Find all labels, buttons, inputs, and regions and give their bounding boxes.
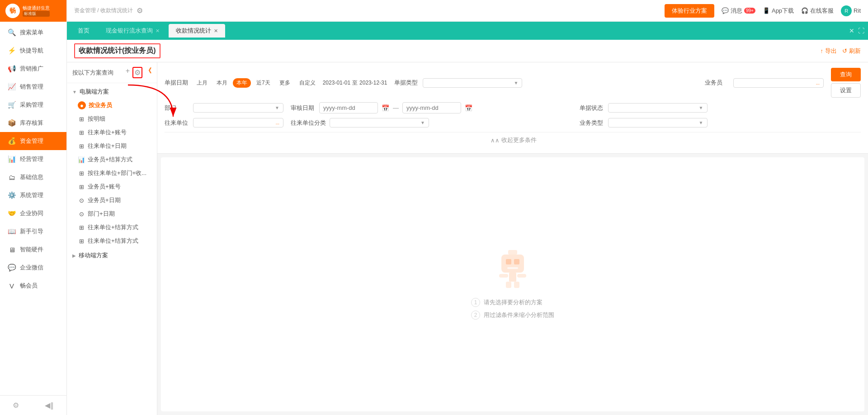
page-actions: ↑ 导出 ↺ 刷新 [821, 47, 861, 55]
custom-tab[interactable]: 自定义 [296, 78, 319, 88]
scheme-settings-btn[interactable]: ⚙ [132, 67, 142, 78]
calendar-icon-left[interactable]: 📅 [382, 104, 389, 112]
last7-tab[interactable]: 近7天 [253, 78, 274, 88]
tree-item-dept-date[interactable]: ⊙部门+日期 [67, 207, 157, 221]
left-panel-title: 按以下方案查询 [72, 69, 113, 77]
sidebar-item-hardware[interactable]: 🖥智能硬件 [0, 241, 66, 259]
sidebar-item-quick-nav[interactable]: ⚡快捷导航 [0, 42, 66, 60]
tree-item-by-detail[interactable]: ⊞按明细 [67, 112, 157, 126]
tree-item-unit-settle1[interactable]: ⊞往来单位+结算方式 [67, 221, 157, 234]
sidebar-label-enterprise: 企业协同 [20, 209, 43, 217]
collapse-icon: ∧∧ [491, 137, 500, 144]
review-date-label: 审核日期 [291, 104, 316, 112]
doc-status-arrow: ▼ [699, 105, 703, 110]
tab-collection-close[interactable]: ✕ [214, 28, 218, 34]
doc-status-select[interactable]: ▼ [608, 103, 708, 113]
tree-group-title-desktop[interactable]: ▼电脑端方案 [67, 85, 157, 99]
trial-button[interactable]: 体验行业方案 [665, 4, 714, 18]
sidebar-collapse-btn[interactable]: ◀‖ [41, 399, 57, 411]
counterpart-more[interactable]: ... [276, 120, 279, 125]
sidebar-item-basic[interactable]: 🗂基础信息 [0, 168, 66, 186]
sidebar-item-marketing[interactable]: 📢营销推广 [0, 60, 66, 78]
collapse-panel-btn[interactable]: 《 [145, 67, 151, 78]
notification-btn[interactable]: 💬 消息 99+ [722, 7, 755, 15]
tab-bank-close[interactable]: ✕ [156, 28, 160, 34]
header-gear-icon[interactable]: ⚙ [137, 6, 143, 15]
counterpart-select[interactable]: ... [193, 118, 283, 127]
sidebar-icon-fund: 💰 [7, 137, 16, 146]
export-button[interactable]: ↑ 导出 [821, 47, 837, 55]
app-download-btn[interactable]: 📱 App下载 [763, 7, 794, 15]
prev-month-tab[interactable]: 上月 [193, 78, 211, 88]
staff-more[interactable]: ... [816, 80, 820, 85]
this-year-tab[interactable]: 本年 [233, 78, 251, 88]
tree-item-unit-account[interactable]: ⊞往来单位+账号 [67, 126, 157, 139]
tree-item-staff-account[interactable]: ⊞业务员+账号 [67, 180, 157, 193]
sidebar-item-fund[interactable]: 💰资金管理 [0, 132, 66, 150]
tree-item-unit-settle2[interactable]: ⊞往来单位+结算方式 [67, 234, 157, 248]
left-panel: 按以下方案查询 + ⚙ 《 ▼电脑端方案●按业务员⊞按明细⊞往来单位+账号⊞往来… [67, 62, 157, 415]
svg-rect-1 [506, 259, 511, 264]
window-close-btn[interactable]: ✕ [849, 27, 854, 34]
sidebar-item-system[interactable]: ⚙️系统管理 [0, 186, 66, 204]
app-icon: 📱 [763, 7, 770, 14]
business-type-select[interactable]: ▼ [608, 118, 708, 127]
svg-rect-7 [506, 282, 511, 288]
this-month-tab[interactable]: 本月 [213, 78, 231, 88]
staff-select[interactable]: ... [733, 78, 824, 88]
sidebar-item-sales[interactable]: 📈销售管理 [0, 78, 66, 96]
calendar-icon-right[interactable]: 📅 [465, 104, 472, 112]
more-tab[interactable]: 更多 [276, 78, 294, 88]
tab-collection[interactable]: 收款情况统计 ✕ [169, 24, 225, 38]
notification-badge: 99+ [744, 8, 755, 14]
tree-group-title-mobile[interactable]: ▶移动端方案 [67, 249, 157, 262]
breadcrumb: 资金管理 / 收款情况统计 [74, 7, 133, 14]
query-button[interactable]: 查询 [831, 68, 861, 81]
step-2-num: 2 [471, 311, 480, 320]
notification-icon: 💬 [722, 7, 729, 14]
tree-item-unit-dept-collect[interactable]: ⊞按往来单位+部门+收... [67, 166, 157, 180]
review-date-to[interactable] [402, 102, 461, 113]
sidebar-item-purchase[interactable]: 🛒采购管理 [0, 96, 66, 114]
add-scheme-btn[interactable]: + [126, 67, 130, 78]
sidebar-label-inventory: 库存核算 [20, 119, 43, 127]
tab-home[interactable]: 首页 [71, 24, 97, 38]
sidebar-item-wechat[interactable]: 💬企业微信 [0, 259, 66, 277]
sidebar-item-business[interactable]: 📊经营管理 [0, 150, 66, 168]
sidebar-item-guide[interactable]: 📖新手引导 [0, 222, 66, 241]
doc-status-label: 单据状态 [580, 104, 604, 112]
sidebar-label-member: 畅会员 [20, 282, 38, 290]
doc-type-filter: 单据类型 ▼ [394, 78, 698, 88]
tree-item-staff-date[interactable]: ⊙业务员+日期 [67, 193, 157, 207]
filter-row-2: 部门 ▼ 审核日期 📅 — 📅 [165, 102, 861, 113]
user-info[interactable]: R Rit [841, 5, 861, 16]
tree-item-by-staff[interactable]: ●按业务员 [67, 99, 157, 112]
tree-item-icon-by-detail: ⊞ [78, 115, 85, 123]
sidebar-item-enterprise[interactable]: 🤝企业协同 [0, 204, 66, 222]
review-date-from[interactable] [319, 102, 378, 113]
sidebar-item-search[interactable]: 🔍搜索菜单 [0, 24, 66, 42]
doc-type-select[interactable]: ▼ [423, 78, 522, 88]
sidebar-item-member[interactable]: V畅会员 [0, 277, 66, 295]
tree-item-staff-settle[interactable]: 📊业务员+结算方式 [67, 153, 157, 166]
page-title: 收款情况统计(按业务员) [74, 43, 160, 58]
refresh-button[interactable]: ↺ 刷新 [842, 47, 861, 55]
step-1-text: 请先选择要分析的方案 [484, 298, 542, 307]
sidebar-icon-search: 🔍 [7, 28, 16, 37]
tree-item-unit-date[interactable]: ⊞往来单位+日期 [67, 139, 157, 153]
sidebar-icon-hardware: 🖥 [7, 245, 16, 254]
logo: 畅 畅捷通好生意 标准版 [0, 0, 66, 22]
dept-select[interactable]: ▼ [193, 103, 283, 113]
review-date-filter: 审核日期 📅 — 📅 [291, 102, 572, 113]
filter-settings-button[interactable]: 设置 [831, 83, 861, 98]
online-service-btn[interactable]: 🎧 在线客服 [801, 7, 834, 15]
counterpart-class-arrow: ▼ [420, 120, 425, 125]
tab-bank[interactable]: 现金银行流水查询 ✕ [99, 24, 167, 38]
window-maximize-btn[interactable]: ⛶ [858, 27, 864, 34]
empty-step-1: 1 请先选择要分析的方案 [471, 298, 554, 307]
sidebar-item-inventory[interactable]: 📦库存核算 [0, 114, 66, 132]
svg-rect-5 [499, 274, 508, 278]
counterpart-class-select[interactable]: ▼ [330, 118, 429, 127]
collapse-filter-btn[interactable]: ∧∧ 收起更多条件 [165, 132, 861, 148]
sidebar-settings-btn[interactable]: ⚙ [9, 399, 23, 411]
